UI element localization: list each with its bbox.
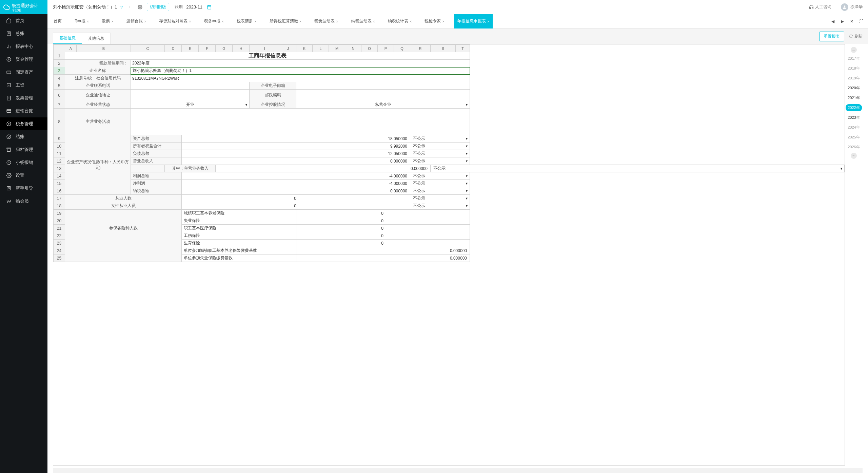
row-header[interactable]: 1 — [54, 52, 65, 60]
employees-value[interactable]: 0 — [182, 195, 410, 202]
col-header[interactable]: B — [77, 45, 131, 52]
tab-close-icon[interactable]: × — [410, 19, 412, 23]
tab-close-icon[interactable]: × — [144, 19, 146, 23]
col-header[interactable]: A — [65, 45, 77, 52]
col-header[interactable]: D — [165, 45, 182, 52]
fin-value[interactable]: 18.050000 — [182, 135, 410, 143]
col-header[interactable]: L — [313, 45, 329, 52]
row-header[interactable]: 5 — [54, 82, 65, 90]
period-value[interactable]: 2023-11 — [186, 4, 202, 10]
select-all-cell[interactable] — [54, 45, 65, 52]
visibility-select[interactable]: 不公示 — [410, 187, 470, 195]
doc-tab[interactable]: 税表清册× — [233, 14, 260, 29]
tab-close-icon[interactable]: × — [111, 19, 113, 23]
fin-value[interactable]: 0.000000 — [182, 157, 410, 165]
fin-value[interactable]: 0.000000 — [216, 165, 431, 172]
calendar-icon[interactable] — [206, 4, 213, 11]
year-up-icon[interactable]: ︿ — [851, 47, 857, 53]
col-header[interactable]: S — [431, 45, 456, 52]
gear-icon[interactable] — [137, 4, 143, 11]
account-selector[interactable]: 刘小艳演示账套（勿删勿动！）1 — [53, 4, 117, 10]
doc-tab[interactable]: 纳税统计表× — [384, 14, 415, 29]
row-header[interactable]: 15 — [54, 180, 65, 187]
col-header[interactable]: P — [378, 45, 394, 52]
tab-close-icon[interactable]: × — [336, 19, 338, 23]
ins-value[interactable]: 0 — [296, 210, 470, 217]
col-header[interactable]: T — [456, 45, 470, 52]
base-value[interactable]: 0.000000 — [296, 247, 470, 254]
nav-tax[interactable]: 税务管理 — [0, 117, 47, 130]
row-header[interactable]: 13 — [54, 165, 65, 172]
ins-value[interactable]: 0 — [296, 232, 470, 240]
female-value[interactable]: 0 — [182, 202, 410, 210]
doc-tab[interactable]: 纳税波动表× — [348, 14, 378, 29]
nav-purchase[interactable]: 进销台账 — [0, 105, 47, 117]
row-header[interactable]: 19 — [54, 210, 65, 217]
tab-close-icon[interactable]: × — [254, 19, 256, 23]
col-header[interactable]: J — [280, 45, 296, 52]
row-header[interactable]: 9 — [54, 135, 65, 143]
row-header[interactable]: 4 — [54, 75, 65, 82]
row-header[interactable]: 14 — [54, 172, 65, 180]
nav-scrap[interactable]: 小畅报销 — [0, 156, 47, 169]
doc-tab[interactable]: 所得税汇算清缴× — [266, 14, 305, 29]
sub-tab[interactable]: 其他信息 — [82, 33, 110, 44]
year-down-icon[interactable]: ﹀ — [851, 153, 857, 159]
nav-chart[interactable]: 报表中心 — [0, 40, 47, 53]
col-header[interactable]: O — [361, 45, 378, 52]
year-option[interactable]: 2018年 — [846, 65, 862, 72]
tab-close-icon[interactable]: × — [222, 19, 224, 23]
row-header[interactable]: 11 — [54, 150, 65, 157]
col-header[interactable]: E — [182, 45, 199, 52]
nav-archive[interactable]: 归档管理 — [0, 143, 47, 156]
fin-value[interactable]: 9.992000 — [182, 143, 410, 150]
visibility-select[interactable]: 不公示 — [410, 157, 470, 165]
col-header[interactable]: C — [131, 45, 165, 52]
row-header[interactable]: 6 — [54, 90, 65, 101]
chevron-down-icon[interactable]: ▽ — [120, 5, 123, 9]
tabs-close-all-icon[interactable]: ✕ — [848, 17, 856, 25]
fullscreen-icon[interactable]: ⛶ — [857, 17, 865, 25]
col-header[interactable]: Q — [394, 45, 410, 52]
company-name-cell[interactable]: 刘小艳演示账套（勿删勿动！）1 — [131, 67, 470, 75]
nav-settings[interactable]: 设置 — [0, 169, 47, 182]
nav-fund[interactable]: 资金管理 — [0, 53, 47, 66]
ins-value[interactable]: 0 — [296, 240, 470, 247]
doc-tab[interactable]: ₹申报× — [71, 14, 92, 29]
nav-member[interactable]: 畅会员 — [0, 195, 47, 208]
visibility-select[interactable]: 不公示 — [410, 202, 470, 210]
base-value[interactable]: 0.000000 — [296, 254, 470, 262]
row-header[interactable]: 2 — [54, 60, 65, 67]
year-option[interactable]: 2022年 — [846, 104, 862, 111]
nav-home[interactable]: 首页 — [0, 14, 47, 27]
row-header[interactable]: 23 — [54, 240, 65, 247]
switch-old-version-button[interactable]: 切到旧版 — [147, 3, 169, 11]
col-header[interactable]: G — [216, 45, 233, 52]
postal-cell[interactable] — [296, 90, 470, 101]
doc-tab[interactable]: 税务申报× — [201, 14, 227, 29]
tab-close-icon[interactable]: × — [487, 19, 489, 23]
tab-close-icon[interactable]: × — [373, 19, 375, 23]
col-header[interactable]: N — [345, 45, 361, 52]
holding-select[interactable]: 私营企业 — [296, 101, 470, 109]
visibility-select[interactable]: 不公示 — [410, 143, 470, 150]
row-header[interactable]: 17 — [54, 195, 65, 202]
main-biz-cell[interactable] — [131, 109, 470, 135]
consult-button[interactable]: 人工咨询 — [809, 4, 831, 10]
fin-value[interactable]: -4.000000 — [182, 172, 410, 180]
tab-close-icon[interactable]: × — [299, 19, 301, 23]
doc-tab[interactable]: 存货别名对照表× — [156, 14, 194, 29]
nav-payroll[interactable]: 工资 — [0, 79, 47, 92]
row-header[interactable]: 20 — [54, 217, 65, 225]
nav-invoice[interactable]: 发票管理 — [0, 92, 47, 105]
row-header[interactable]: 3 — [54, 67, 65, 75]
nav-ledger[interactable]: 总账 — [0, 27, 47, 40]
year-option[interactable]: 2017年 — [846, 55, 862, 62]
phone-cell[interactable] — [131, 82, 250, 90]
row-header[interactable]: 12 — [54, 157, 65, 165]
user-menu[interactable]: 徐泽华 — [841, 3, 863, 11]
row-header[interactable]: 24 — [54, 247, 65, 254]
col-header[interactable]: F — [199, 45, 216, 52]
nav-asset[interactable]: 固定资产 — [0, 66, 47, 79]
row-header[interactable]: 21 — [54, 225, 65, 232]
